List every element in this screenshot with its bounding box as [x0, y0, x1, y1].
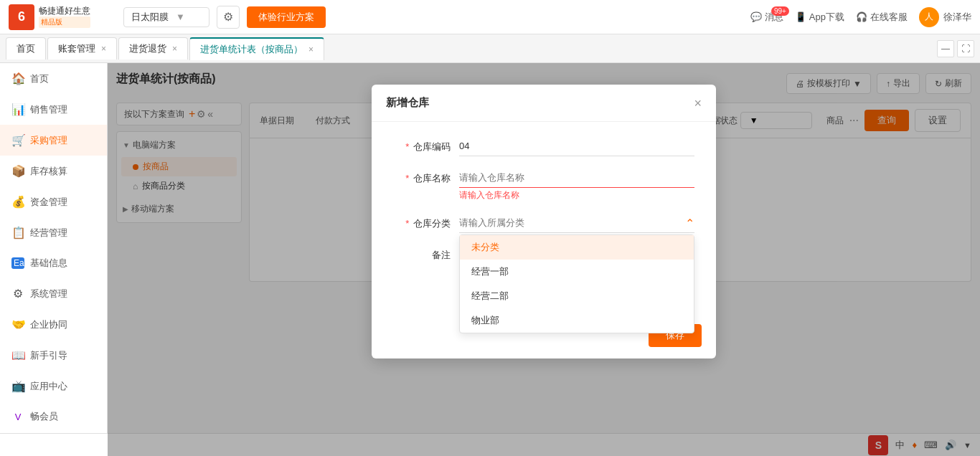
- basics-icon: Ea: [11, 257, 24, 269]
- app-download-label: App下载: [809, 11, 844, 24]
- warehouse-code-label: * 仓库编码: [393, 136, 451, 153]
- tab-close-icon[interactable]: ×: [308, 44, 314, 54]
- sidebar-label: 采购管理: [30, 134, 67, 147]
- dropdown-item-property[interactable]: 物业部: [460, 308, 694, 333]
- tab-actions: — ⛶: [937, 40, 974, 57]
- form-row-warehouse-category: * 仓库分类 ⌃ 未分类 经营一部 经: [393, 213, 694, 233]
- dropdown-item-uncategorized[interactable]: 未分类: [460, 235, 694, 260]
- warehouse-category-input[interactable]: [459, 213, 694, 233]
- message-badge: 99+: [771, 6, 789, 16]
- warehouse-name-field: 请输入仓库名称: [459, 168, 694, 201]
- sidebar-label: 资金管理: [30, 196, 67, 209]
- header-right: 💬 消息 99+ 📱 App下载 🎧 在线客服 人 徐泽华: [750, 7, 971, 27]
- sidebar-item-member[interactable]: V 畅会员: [0, 402, 107, 432]
- member-icon: V: [11, 412, 24, 422]
- dropdown-item-dept2[interactable]: 经营二部: [460, 284, 694, 308]
- modal-header: 新增仓库 ×: [372, 85, 716, 122]
- sidebar-item-finance[interactable]: 💰 资金管理: [0, 186, 107, 217]
- tab-minimize-button[interactable]: —: [937, 40, 954, 57]
- message-button[interactable]: 💬 消息 99+: [750, 11, 783, 24]
- warehouse-name-label: * 仓库名称: [393, 168, 451, 185]
- app-logo-icon: 6: [9, 4, 34, 30]
- guide-icon: 📖: [11, 348, 24, 362]
- dropdown-item-dept1[interactable]: 经营一部: [460, 260, 694, 284]
- tab-homepage[interactable]: 首页: [6, 37, 46, 60]
- modal-overlay: 新增仓库 × * 仓库编码: [108, 63, 980, 456]
- new-warehouse-modal: 新增仓库 × * 仓库编码: [372, 85, 716, 358]
- sidebar-item-system[interactable]: ⚙ 系统管理: [0, 278, 107, 309]
- warehouse-name-input[interactable]: [459, 168, 694, 188]
- required-star: *: [405, 141, 409, 152]
- warehouse-code-field: [459, 136, 694, 156]
- sidebar-item-apps[interactable]: 📺 应用中心: [0, 371, 107, 402]
- warehouse-code-input[interactable]: [459, 136, 694, 156]
- sidebar-item-inventory[interactable]: 📦 库存核算: [0, 156, 107, 186]
- finance-icon: 💰: [11, 195, 24, 209]
- content-area: 进货单统计(按商品) 🖨 按模板打印 ▼ ↑ 导出 ↻ 刷新: [108, 63, 980, 456]
- tab-label: 进货退货: [129, 42, 166, 55]
- main-layout: 🏠 首页 📊 销售管理 🛒 采购管理 📦 库存核算 💰 资金管理 📋 经营管理 …: [0, 63, 980, 456]
- modal-close-button[interactable]: ×: [694, 97, 702, 110]
- enterprise-icon: 🤝: [11, 318, 24, 331]
- sidebar-label: 新手引导: [30, 349, 67, 362]
- sidebar-label: 企业协同: [30, 318, 67, 331]
- warehouse-category-label: * 仓库分类: [393, 213, 451, 230]
- sidebar: 🏠 首页 📊 销售管理 🛒 采购管理 📦 库存核算 💰 资金管理 📋 经营管理 …: [0, 63, 108, 456]
- tab-label: 首页: [17, 42, 35, 55]
- user-menu[interactable]: 人 徐泽华: [919, 7, 971, 27]
- system-icon: ⚙: [11, 287, 24, 300]
- home-icon: 🏠: [11, 72, 24, 85]
- trial-button[interactable]: 体验行业方案: [247, 6, 326, 28]
- form-row-warehouse-name: * 仓库名称 请输入仓库名称: [393, 168, 694, 201]
- app-tag: 精品版: [39, 16, 90, 28]
- tab-label: 账套管理: [58, 42, 95, 55]
- sidebar-label: 系统管理: [30, 288, 67, 300]
- purchase-icon: 🛒: [11, 133, 24, 147]
- online-service-button[interactable]: 🎧 在线客服: [856, 11, 908, 24]
- category-select-wrapper: ⌃: [459, 213, 694, 233]
- online-service-label: 在线客服: [870, 11, 908, 24]
- modal-body: * 仓库编码 * 仓库名称: [372, 122, 716, 315]
- tab-close-icon[interactable]: ×: [172, 44, 177, 54]
- user-avatar: 人: [919, 7, 939, 27]
- headset-icon: 🎧: [856, 11, 867, 22]
- top-header: 6 畅捷通好生意 精品版 日太阳膜 ▼ ⚙ 体验行业方案 💬 消息 99+ 📱 …: [0, 0, 980, 34]
- apps-icon: 📺: [11, 379, 24, 393]
- inventory-icon: 📦: [11, 164, 24, 178]
- message-icon: 💬: [750, 11, 762, 22]
- tab-account[interactable]: 账套管理 ×: [47, 37, 117, 60]
- logo-area: 6 畅捷通好生意 精品版: [9, 4, 116, 30]
- sidebar-item-guide[interactable]: 📖 新手引导: [0, 340, 107, 371]
- username: 徐泽华: [943, 11, 971, 24]
- tab-purchase-stats[interactable]: 进货单统计表（按商品） ×: [189, 37, 324, 60]
- sidebar-label: 基础信息: [30, 257, 67, 270]
- category-dropdown-arrow-icon[interactable]: ⌃: [685, 217, 694, 230]
- sidebar-label: 销售管理: [30, 103, 67, 116]
- sidebar-item-sales[interactable]: 📊 销售管理: [0, 94, 107, 125]
- sidebar-label: 畅会员: [30, 410, 58, 423]
- tab-bar: 首页 账套管理 × 进货退货 × 进货单统计表（按商品） × — ⛶: [0, 34, 980, 63]
- required-star: *: [405, 173, 409, 184]
- tab-label: 进货单统计表（按商品）: [200, 43, 303, 56]
- tab-close-icon[interactable]: ×: [101, 44, 106, 54]
- warehouse-name-error: 请输入仓库名称: [459, 189, 694, 201]
- sidebar-item-purchase[interactable]: 🛒 采购管理: [0, 125, 107, 156]
- store-dropdown-arrow: ▼: [176, 11, 185, 22]
- sidebar-label: 库存核算: [30, 165, 67, 178]
- app-download-button[interactable]: 📱 App下载: [795, 11, 844, 24]
- gear-icon: ⚙: [223, 10, 233, 24]
- settings-gear-button[interactable]: ⚙: [217, 6, 240, 29]
- tab-expand-button[interactable]: ⛶: [957, 40, 974, 57]
- form-row-warehouse-code: * 仓库编码: [393, 136, 694, 156]
- store-name: 日太阳膜: [131, 11, 169, 24]
- category-dropdown-list: 未分类 经营一部 经营二部 物业部: [459, 234, 694, 333]
- sidebar-item-home[interactable]: 🏠 首页: [0, 63, 107, 94]
- store-selector[interactable]: 日太阳膜 ▼: [123, 7, 209, 27]
- sidebar-item-operations[interactable]: 📋 经营管理: [0, 217, 107, 248]
- sidebar-item-enterprise[interactable]: 🤝 企业协同: [0, 309, 107, 340]
- sidebar-item-basics[interactable]: Ea 基础信息: [0, 248, 107, 278]
- operations-icon: 📋: [11, 226, 24, 239]
- tab-purchase-return[interactable]: 进货退货 ×: [118, 37, 188, 60]
- sidebar-label: 首页: [30, 72, 49, 85]
- warehouse-category-field: ⌃ 未分类 经营一部 经营二部 物业部: [459, 213, 694, 233]
